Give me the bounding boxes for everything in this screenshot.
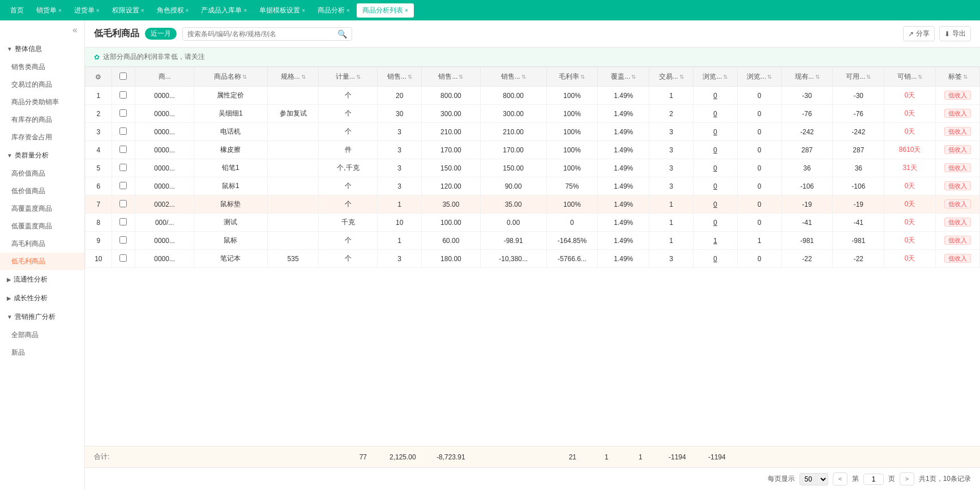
sidebar-item-库存资金占用[interactable]: 库存资金占用 <box>0 129 84 146</box>
row-checkbox[interactable] <box>112 195 135 214</box>
col-header-current[interactable]: 现有...⇅ <box>781 67 833 87</box>
col-header-margin[interactable]: 毛利率⇅ <box>546 67 598 87</box>
row-checkbox[interactable] <box>112 250 135 268</box>
col-header-saleProfit[interactable]: 销售...⇅ <box>480 67 546 87</box>
view-link[interactable]: 1 <box>713 237 717 245</box>
prev-page-btn[interactable]: ＜ <box>833 472 848 485</box>
row-select-checkbox[interactable] <box>119 182 127 189</box>
sidebar-group-4[interactable]: ▼营销推广分析 <box>0 308 84 326</box>
sidebar-group-0[interactable]: ▼整体信息 <box>0 40 84 58</box>
next-page-btn[interactable]: ＞ <box>900 472 914 485</box>
col-header-available[interactable]: 可用...⇅ <box>833 67 884 87</box>
row-checkbox[interactable] <box>112 105 135 123</box>
col-header-saleAmount[interactable]: 销售...⇅ <box>422 67 481 87</box>
nav-item-商品分析[interactable]: 商品分析× <box>312 3 356 18</box>
row-checkbox[interactable] <box>112 232 135 250</box>
row-view1[interactable]: 1 <box>693 232 737 250</box>
view-link[interactable]: 0 <box>713 255 717 263</box>
view-link[interactable]: 0 <box>713 164 717 172</box>
row-checkbox[interactable] <box>112 177 135 195</box>
row-view1[interactable]: 0 <box>693 87 737 105</box>
nav-close-icon[interactable]: × <box>96 7 100 14</box>
view-link[interactable]: 0 <box>713 110 717 118</box>
row-view1[interactable]: 0 <box>693 141 737 159</box>
nav-close-icon[interactable]: × <box>302 7 305 14</box>
sidebar-item-新品[interactable]: 新品 <box>0 344 84 361</box>
nav-close-icon[interactable]: × <box>243 7 247 14</box>
view-link[interactable]: 0 <box>713 92 717 100</box>
nav-close-icon[interactable]: × <box>186 7 189 14</box>
date-filter-btn[interactable]: 近一月 <box>145 28 177 40</box>
sidebar-group-3[interactable]: ▶成长性分析 <box>0 289 84 308</box>
col-header-coverage[interactable]: 覆盖...⇅ <box>598 67 649 87</box>
sidebar-item-高覆盖度商品[interactable]: 高覆盖度商品 <box>0 200 84 218</box>
search-input[interactable] <box>187 30 335 38</box>
view-link[interactable]: 0 <box>713 146 717 154</box>
row-select-checkbox[interactable] <box>119 200 127 207</box>
nav-item-单据模板设置[interactable]: 单据模板设置× <box>254 3 311 18</box>
nav-item-产成品入库单[interactable]: 产成品入库单× <box>195 3 253 18</box>
row-select-checkbox[interactable] <box>119 109 127 117</box>
page-input[interactable] <box>863 474 884 485</box>
sidebar-group-2[interactable]: ▶流通性分析 <box>0 270 84 289</box>
row-select-checkbox[interactable] <box>119 146 127 153</box>
row-checkbox[interactable] <box>112 159 135 177</box>
nav-item-进货单[interactable]: 进货单× <box>69 3 105 18</box>
col-header-settings[interactable]: ⚙ <box>85 67 112 87</box>
row-checkbox[interactable] <box>112 214 135 232</box>
row-view1[interactable]: 0 <box>693 123 737 141</box>
col-header-view1[interactable]: 浏览...⇅ <box>693 67 737 87</box>
nav-item-权限设置[interactable]: 权限设置× <box>106 3 150 18</box>
sidebar-item-交易过的商品[interactable]: 交易过的商品 <box>0 76 84 93</box>
row-view1[interactable]: 0 <box>693 214 737 232</box>
col-header-unit[interactable]: 计量...⇅ <box>319 67 378 87</box>
sidebar-item-销售类商品[interactable]: 销售类商品 <box>0 58 84 76</box>
select-all-checkbox[interactable] <box>119 73 127 80</box>
view-link[interactable]: 0 <box>713 219 717 227</box>
share-button[interactable]: ↗ 分享 <box>903 26 935 41</box>
nav-close-icon[interactable]: × <box>58 7 62 14</box>
page-size-select[interactable]: 50 100 <box>799 473 828 485</box>
col-header-checkbox[interactable] <box>112 67 135 87</box>
nav-close-icon[interactable]: × <box>405 7 408 14</box>
row-view1[interactable]: 0 <box>693 195 737 214</box>
row-view1[interactable]: 0 <box>693 105 737 123</box>
col-header-spec[interactable]: 规格...⇅ <box>267 67 319 87</box>
view-link[interactable]: 0 <box>713 182 717 190</box>
view-link[interactable]: 0 <box>713 128 717 136</box>
view-link[interactable]: 0 <box>713 201 717 208</box>
nav-close-icon[interactable]: × <box>141 7 144 14</box>
sidebar-item-低覆盖度商品[interactable]: 低覆盖度商品 <box>0 218 84 235</box>
row-select-checkbox[interactable] <box>119 127 127 135</box>
sidebar-item-高毛利商品[interactable]: 高毛利商品 <box>0 235 84 253</box>
row-view1[interactable]: 0 <box>693 177 737 195</box>
sidebar-item-高价值商品[interactable]: 高价值商品 <box>0 165 84 182</box>
col-header-code[interactable]: 商... <box>135 67 194 87</box>
sidebar-group-1[interactable]: ▼类群量分析 <box>0 146 84 165</box>
col-header-transaction[interactable]: 交易...⇅ <box>649 67 694 87</box>
row-checkbox[interactable] <box>112 87 135 105</box>
export-button[interactable]: ⬇ 导出 <box>939 26 971 41</box>
row-select-checkbox[interactable] <box>119 218 127 225</box>
col-header-name[interactable]: 商品名称⇅ <box>194 67 267 87</box>
nav-item-商品分析列表[interactable]: 商品分析列表× <box>357 3 414 18</box>
nav-item-角色授权[interactable]: 角色授权× <box>151 3 195 18</box>
sidebar-collapse-btn[interactable]: « <box>0 20 84 40</box>
row-view1[interactable]: 0 <box>693 159 737 177</box>
col-header-sellable[interactable]: 可销...⇅ <box>884 67 936 87</box>
nav-item-销货单[interactable]: 销货单× <box>31 3 67 18</box>
col-header-saleQty[interactable]: 销售...⇅ <box>378 67 422 87</box>
row-checkbox[interactable] <box>112 123 135 141</box>
nav-close-icon[interactable]: × <box>346 7 350 14</box>
sidebar-item-全部商品[interactable]: 全部商品 <box>0 326 84 344</box>
row-select-checkbox[interactable] <box>119 164 127 171</box>
nav-item-首页[interactable]: 首页 <box>5 3 29 18</box>
sidebar-item-低毛利商品[interactable]: 低毛利商品 <box>0 253 84 270</box>
col-header-tag[interactable]: 标签⇅ <box>936 67 980 87</box>
sidebar-item-商品分类助销率[interactable]: 商品分类助销率 <box>0 93 84 111</box>
sidebar-item-低价值商品[interactable]: 低价值商品 <box>0 182 84 200</box>
row-view1[interactable]: 0 <box>693 250 737 268</box>
sidebar-item-有库存的商品[interactable]: 有库存的商品 <box>0 111 84 129</box>
row-select-checkbox[interactable] <box>119 254 127 262</box>
row-select-checkbox[interactable] <box>119 91 127 99</box>
